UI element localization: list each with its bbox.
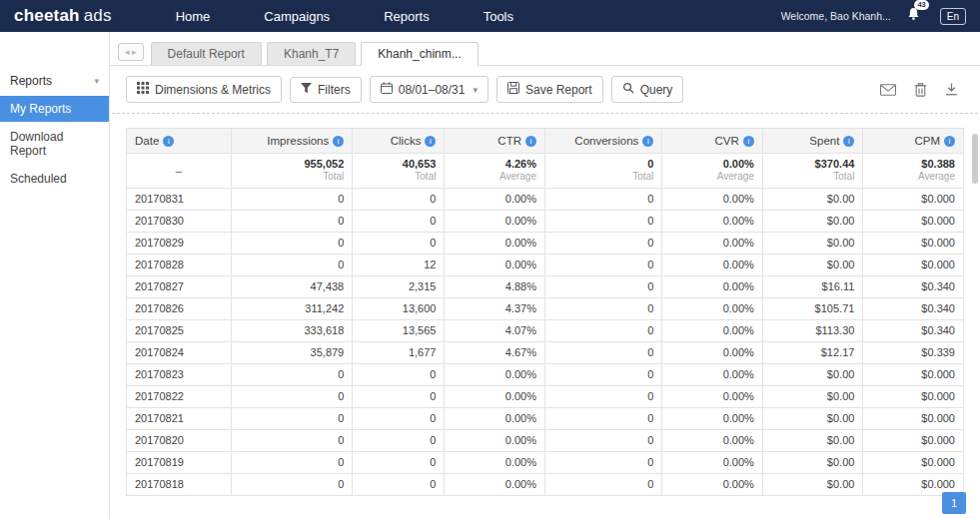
table-row: 20170819000.00%00.00%$0.00$0.000: [127, 452, 964, 474]
language-switcher[interactable]: En: [940, 8, 966, 25]
nav-item-tools[interactable]: Tools: [484, 9, 513, 24]
value-cell: 0.00%: [662, 233, 763, 255]
sidebar-item-scheduled[interactable]: Scheduled: [0, 166, 109, 192]
value-cell: $0.340: [863, 298, 964, 320]
value-cell: $0.00: [762, 364, 863, 386]
nav-item-home[interactable]: Home: [176, 9, 211, 24]
value-cell: $113.30: [762, 320, 863, 342]
page-button-1[interactable]: 1: [942, 492, 966, 514]
delete-report-icon[interactable]: [914, 83, 927, 97]
value-cell: 13,565: [353, 320, 445, 342]
sidebar-item-my-reports[interactable]: My Reports: [0, 96, 109, 122]
vertical-scrollbar-thumb[interactable]: [972, 134, 978, 184]
nav-item-campaigns[interactable]: Campaigns: [264, 9, 330, 24]
info-icon[interactable]: i: [525, 136, 536, 147]
value-cell: 0.00%: [445, 408, 545, 430]
tab-scroll-right-icon[interactable]: ▸: [132, 47, 137, 57]
value-cell: 0: [353, 408, 445, 430]
value-cell: 0.00%: [662, 386, 763, 408]
summary-sublabel: Average: [871, 171, 955, 183]
value-cell: 0: [231, 255, 353, 276]
date-cell: 20170831: [127, 189, 232, 211]
value-cell: 0: [353, 386, 445, 408]
email-report-icon[interactable]: [880, 84, 896, 96]
tab-scroll-arrows[interactable]: ◂ ▸: [118, 43, 144, 61]
filters-button[interactable]: Filters: [290, 77, 362, 103]
tab-scroll-left-icon[interactable]: ◂: [125, 47, 130, 57]
table-row: 20170830000.00%00.00%$0.00$0.000: [127, 211, 964, 233]
summary-cell: 0Total: [544, 154, 661, 189]
info-icon[interactable]: i: [163, 136, 174, 147]
calendar-icon: [381, 82, 393, 97]
query-label: Query: [640, 83, 673, 97]
column-header-clicks[interactable]: Clicksi: [353, 129, 445, 154]
save-report-button[interactable]: Save Report: [496, 76, 603, 103]
column-label: Date: [135, 135, 159, 147]
value-cell: $0.00: [762, 233, 863, 255]
column-header-impressions[interactable]: Impressionsi: [231, 129, 353, 154]
info-icon[interactable]: i: [425, 136, 436, 147]
value-cell: 0: [353, 452, 445, 474]
info-icon[interactable]: i: [843, 136, 854, 147]
query-button[interactable]: Query: [611, 76, 684, 103]
table-row: 20170831000.00%00.00%$0.00$0.000: [127, 189, 964, 211]
notifications-bell[interactable]: 43: [907, 7, 920, 25]
summary-value: 40,653: [361, 158, 436, 171]
column-header-date[interactable]: Datei: [127, 129, 232, 154]
value-cell: 13,600: [353, 298, 445, 320]
value-cell: 47,438: [231, 276, 353, 298]
value-cell: 0: [544, 474, 661, 496]
column-label: Conversions: [574, 135, 638, 147]
dimensions-metrics-button[interactable]: Dimensions & Metrics: [126, 76, 282, 103]
summary-date-cell: –: [127, 154, 232, 189]
value-cell: $105.71: [762, 298, 863, 320]
summary-sublabel: Total: [361, 171, 436, 183]
info-icon[interactable]: i: [944, 136, 955, 147]
value-cell: $0.00: [762, 189, 863, 211]
date-cell: 20170824: [127, 342, 232, 364]
column-header-spent[interactable]: Spenti: [762, 129, 863, 154]
info-icon[interactable]: i: [743, 136, 754, 147]
column-header-cpm[interactable]: CPMi: [863, 129, 964, 154]
value-cell: 311,242: [231, 298, 353, 320]
column-header-conversions[interactable]: Conversionsi: [544, 129, 661, 154]
download-report-icon[interactable]: [945, 83, 958, 96]
value-cell: 0: [544, 276, 661, 298]
summary-cell: 40,653Total: [353, 154, 445, 189]
value-cell: $0.000: [863, 430, 964, 452]
summary-cell: 955,052Total: [231, 154, 353, 189]
date-range-picker[interactable]: 08/01–08/31 ▾: [370, 76, 489, 103]
tab-default-report[interactable]: Default Report: [151, 42, 262, 65]
sidebar-item-download-report[interactable]: Download Report: [0, 124, 109, 164]
tab-khanh-t7[interactable]: Khanh_T7: [267, 42, 356, 65]
column-label: Impressions: [267, 135, 329, 147]
report-table-area: Datei Impressionsi Clicksi CTRi Conversi…: [110, 114, 980, 519]
summary-value: 0.00%: [670, 158, 754, 171]
nav-item-reports[interactable]: Reports: [384, 9, 430, 24]
table-row: 2017082747,4382,3154.88%00.00%$16.11$0.3…: [127, 276, 964, 298]
value-cell: 0.00%: [445, 474, 545, 496]
brand-logo[interactable]: cheetahads: [14, 6, 112, 26]
value-cell: 0: [544, 408, 661, 430]
value-cell: 333,618: [231, 320, 353, 342]
value-cell: 0: [544, 364, 661, 386]
value-cell: 0: [353, 430, 445, 452]
info-icon[interactable]: i: [642, 136, 653, 147]
value-cell: 0: [231, 430, 353, 452]
value-cell: 0.00%: [662, 452, 763, 474]
info-icon[interactable]: i: [333, 136, 344, 147]
summary-sublabel: Total: [553, 171, 653, 183]
value-cell: 4.37%: [445, 298, 545, 320]
column-header-ctr[interactable]: CTRi: [445, 129, 545, 154]
sidebar: Reports ▾ My Reports Download Report Sch…: [0, 32, 110, 519]
tab-khanh-chinm[interactable]: Khanh_chinm...: [361, 42, 478, 66]
value-cell: $0.000: [863, 364, 964, 386]
column-header-cvr[interactable]: CVRi: [662, 129, 763, 154]
user-menu[interactable]: Welcome, Bao Khanh...: [781, 10, 891, 22]
summary-value: 955,052: [240, 158, 345, 171]
value-cell: 1,677: [353, 342, 445, 364]
summary-sublabel: Average: [453, 171, 536, 183]
value-cell: 0.00%: [662, 211, 763, 233]
value-cell: $0.00: [762, 386, 863, 408]
sidebar-section-reports[interactable]: Reports ▾: [0, 68, 109, 94]
